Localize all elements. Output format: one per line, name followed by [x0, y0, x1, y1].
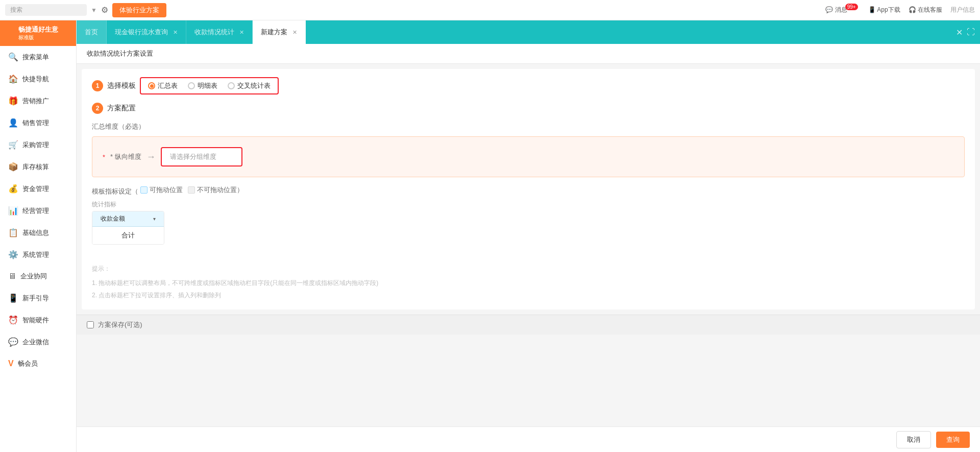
tip1: 1. 拖动标题栏可以调整布局，不可跨维度或指标区域拖动栏目字段(只能在同一维度或… — [92, 277, 965, 289]
sidebar-item-finance[interactable]: 💰 资金管理 — [0, 178, 76, 200]
gear-icon[interactable]: ⚙ — [101, 5, 108, 15]
settings-icon: ⚙️ — [8, 250, 18, 259]
form-section: 1 选择模板 汇总表 明细表 — [82, 69, 975, 310]
metrics-row-cell: 合计 — [92, 227, 164, 244]
sidebar-item-management[interactable]: 📊 经营管理 — [0, 200, 76, 222]
sidebar: 畅捷通好生意 标准版 🔍 搜索菜单 🏠 快捷导航 🎁 营销推广 👤 销售管理 🛒… — [0, 20, 77, 452]
tip-title: 提示： — [92, 263, 965, 275]
dimension-area: * * 纵向维度 → 请选择分组维度 — [92, 136, 965, 177]
logo-text: 畅捷通好生意 — [18, 25, 58, 34]
top-bar-right: 💬 消息99+ 📱 App下载 🎧 在线客服 用户信息 — [825, 6, 975, 14]
chevron-down-icon[interactable]: ▾ — [153, 216, 156, 222]
query-button[interactable]: 查询 — [936, 432, 970, 448]
sidebar-item-label: 销售管理 — [22, 118, 49, 128]
sidebar-item-inventory[interactable]: 📦 库存核算 — [0, 156, 76, 178]
tab-new-scheme[interactable]: 新建方案 ✕ — [253, 20, 306, 44]
sidebar-item-label: 采购管理 — [22, 140, 49, 150]
tab-cash-flow-close-icon[interactable]: ✕ — [173, 29, 178, 36]
vip-icon: V — [8, 359, 14, 368]
radio-summary-label: 汇总表 — [158, 81, 178, 90]
sidebar-item-hardware[interactable]: ⏰ 智能硬件 — [0, 309, 76, 331]
version-badge: 标准版 — [18, 34, 58, 41]
metrics-table: 收款金额 ▾ 合计 — [92, 211, 164, 245]
tip2: 2. 点击标题栏下拉可设置排序、插入列和删除列 — [92, 289, 965, 301]
sidebar-item-member[interactable]: V 畅会员 — [0, 353, 76, 374]
sidebar-item-label: 企业协同 — [20, 272, 47, 281]
radio-option-detail[interactable]: 明细表 — [188, 81, 217, 90]
tab-new-scheme-close-icon[interactable]: ✕ — [292, 29, 297, 36]
tab-home-label: 首页 — [85, 28, 98, 37]
radio-detail-circle — [188, 82, 195, 89]
sidebar-item-marketing[interactable]: 🎁 营销推广 — [0, 90, 76, 112]
metrics-config: 模板指标设定（ 可拖动位置 不可拖动位置） — [92, 185, 965, 254]
metrics-col-header[interactable]: 收款金额 ▾ — [92, 211, 164, 227]
unmovable-legend-dot — [188, 186, 195, 194]
tab-bar: 首页 现金银行流水查询 ✕ 收款情况统计 ✕ 新建方案 ✕ ✕ ⛶ — [77, 20, 980, 44]
gift-icon: 🎁 — [8, 96, 18, 106]
page-content: 收款情况统计方案设置 1 选择模板 汇总表 — [77, 44, 980, 426]
sidebar-item-label: 经营管理 — [22, 206, 49, 216]
save-scheme-label: 方案保存(可选) — [98, 320, 142, 329]
dimension-select[interactable]: 请选择分组维度 — [161, 147, 242, 166]
page-title: 收款情况统计方案设置 — [77, 44, 980, 64]
dropdown-arrow-icon[interactable]: ▼ — [91, 7, 97, 14]
cancel-button[interactable]: 取消 — [896, 431, 931, 448]
required-label: * — [103, 153, 105, 161]
section2-header: 2 方案配置 — [92, 103, 965, 114]
sidebar-item-sales[interactable]: 👤 销售管理 — [0, 112, 76, 134]
home-icon: 🏠 — [8, 74, 18, 84]
sidebar-item-guide[interactable]: 📱 新手引导 — [0, 287, 76, 309]
movable-legend-dot — [140, 186, 148, 194]
radio-summary-circle — [148, 82, 155, 89]
sidebar-item-enterprise[interactable]: 🖥 企业协同 — [0, 266, 76, 287]
tab-collection-stats[interactable]: 收款情况统计 ✕ — [186, 20, 253, 44]
dimension-row: * * 纵向维度 → 请选择分组维度 — [103, 147, 954, 166]
sidebar-item-label: 畅会员 — [18, 359, 38, 368]
metrics-header: 模板指标设定（ 可拖动位置 不可拖动位置） — [92, 185, 965, 196]
tab-cash-flow[interactable]: 现金银行流水查询 ✕ — [107, 20, 186, 44]
template-radio-group: 汇总表 明细表 交叉统计表 — [148, 81, 271, 90]
vertical-dimension-label: * 纵向维度 — [110, 152, 141, 161]
search-box[interactable]: 搜索 — [5, 4, 87, 16]
sidebar-item-purchase[interactable]: 🛒 采购管理 — [0, 134, 76, 156]
radio-cross-label: 交叉统计表 — [237, 81, 271, 90]
maximize-icon[interactable]: ⛶ — [967, 28, 975, 37]
sidebar-item-label: 智能硬件 — [22, 316, 49, 325]
tab-home[interactable]: 首页 — [77, 20, 107, 44]
metrics-col-label: 收款金额 — [101, 215, 125, 223]
content-area: 首页 现金银行流水查询 ✕ 收款情况统计 ✕ 新建方案 ✕ ✕ ⛶ 收款情况统计… — [77, 20, 980, 452]
sidebar-item-system[interactable]: ⚙️ 系统管理 — [0, 244, 76, 266]
download-link[interactable]: 📱 App下载 — [868, 6, 900, 14]
page-footer: 方案保存(可选) — [77, 315, 980, 335]
sidebar-item-wechat[interactable]: 💬 企业微信 — [0, 331, 76, 353]
sidebar-logo: 畅捷通好生意 标准版 — [0, 20, 76, 46]
radio-cross-circle — [228, 82, 235, 89]
sidebar-item-basic[interactable]: 📋 基础信息 — [0, 222, 76, 244]
close-window-icon[interactable]: ✕ — [956, 28, 963, 37]
user-info: 用户信息 — [950, 6, 975, 14]
cart-icon: 🛒 — [8, 140, 18, 150]
radio-option-cross[interactable]: 交叉统计表 — [228, 81, 271, 90]
scheme-config: 汇总维度（必选） * * 纵向维度 → 请选择分组维度 模板指标设定 — [92, 122, 965, 301]
tab-collection-stats-label: 收款情况统计 — [194, 28, 234, 37]
section1-header: 1 选择模板 汇总表 明细表 — [92, 77, 965, 94]
sidebar-item-nav[interactable]: 🏠 快捷导航 — [0, 68, 76, 90]
top-bar: 搜索 ▼ ⚙ 体验行业方案 💬 消息99+ 📱 App下载 🎧 在线客服 用户信… — [0, 0, 980, 20]
radio-option-summary[interactable]: 汇总表 — [148, 81, 178, 90]
service-link[interactable]: 🎧 在线客服 — [909, 6, 942, 14]
movable-label: 可拖动位置 — [150, 185, 183, 195]
message-icon[interactable]: 💬 消息99+ — [825, 6, 860, 14]
monitor-icon: 🖥 — [8, 272, 16, 281]
message-badge: 99+ — [845, 4, 858, 10]
industry-button[interactable]: 体验行业方案 — [112, 3, 166, 17]
main-layout: 畅捷通好生意 标准版 🔍 搜索菜单 🏠 快捷导航 🎁 营销推广 👤 销售管理 🛒… — [0, 20, 980, 452]
save-scheme-checkbox[interactable] — [87, 321, 94, 328]
phone-icon: 📱 — [8, 293, 18, 303]
sidebar-item-label: 资金管理 — [22, 184, 49, 194]
tab-collection-stats-close-icon[interactable]: ✕ — [239, 29, 244, 36]
section1-num: 1 — [92, 80, 103, 91]
dimension-title: 汇总维度（必选） — [92, 122, 965, 131]
stats-label: 统计指标 — [92, 200, 965, 209]
sidebar-item-label: 库存核算 — [22, 162, 49, 172]
sidebar-item-search[interactable]: 🔍 搜索菜单 — [0, 46, 76, 68]
